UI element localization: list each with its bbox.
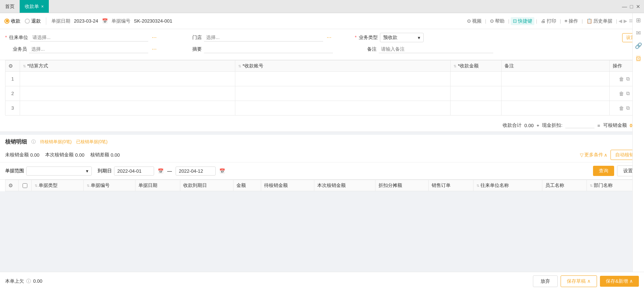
table-view-icon[interactable]: ⊞ [636,17,641,24]
remark-cell-1[interactable] [502,72,610,86]
summary-input[interactable] [204,45,333,53]
delete-icon-1[interactable]: 🗑 [619,76,624,82]
operation-btn[interactable]: ≡ 操作 [562,17,580,25]
store-more-btn[interactable]: ··· [325,34,333,41]
reconciliation-section: 核销明细 ⓘ 待核销单据(0笔) 已核销单据(0笔) 未核销金额 0.00 本次… [0,135,644,191]
copy-icon-2[interactable]: ⧉ [626,90,630,97]
gear-icon[interactable]: ⚙ [8,63,13,69]
bt-gear-icon[interactable]: ⚙ [8,183,13,188]
row-num-3: 3 [5,101,20,115]
receipt-radio-dot [4,19,9,24]
help-btn[interactable]: ⊙ 帮助 [488,17,507,25]
this-rec-stat: 本次核销金额 0.00 [45,152,84,158]
refund-radio-label: 退款 [31,18,41,24]
done-link[interactable]: 已核销单据(0笔) [76,139,108,145]
settle-cell-1[interactable] [20,72,235,86]
sort-doc-num: ⇅ [87,184,90,188]
video-btn[interactable]: ⊙ 视频 [465,17,484,25]
bt-col-pending: 待核销金额 [261,180,314,191]
save-new-btn[interactable]: 保存&新增 ∧ [600,276,639,287]
prev-label: 本单上欠 [5,278,24,285]
table-row: 1 🗑 ⧉ [5,72,639,86]
amount-cell-1[interactable] [451,72,502,86]
remark-input[interactable] [379,45,493,53]
refund-radio[interactable]: 退款 [25,18,41,24]
business-type-dropdown[interactable]: 预收款 ▾ [380,33,424,42]
discard-btn[interactable]: 放弃 [533,275,558,287]
diff-label: 核销差额 [90,152,109,158]
shortcut-btn[interactable]: ⊡ 快捷键 [511,17,534,25]
print-label: 打印 [547,18,556,24]
tab-receipt-close[interactable]: × [41,4,44,9]
col-amount: ⇅ *收款金额 [451,60,502,72]
mail-icon[interactable]: ✉ [636,30,641,36]
settle-cell-2[interactable] [20,86,235,101]
nav-next-icon[interactable]: ▶ [624,18,627,24]
date-to-input[interactable] [176,166,216,176]
delete-icon-3[interactable]: 🗑 [619,105,624,111]
store-input[interactable] [204,34,323,42]
table-row: 3 🗑 ⧉ [5,101,639,115]
info-icon[interactable]: ⓘ [31,139,36,145]
bt-col-discount: 折扣分摊额 [376,180,429,191]
nav-prev-icon[interactable]: ◀ [619,18,622,24]
account-cell-2[interactable] [235,86,451,101]
range-select[interactable]: ▾ [26,166,92,176]
remark-cell-2[interactable] [502,86,610,101]
number-value[interactable]: SK-20230324-001 [134,18,173,24]
bt-col-employee: 员工名称 [542,180,587,191]
bottom-table: ⚙ ⇅ 单据类型 ⇅ 单据编号 [5,180,639,191]
salesperson-more-btn[interactable]: ··· [150,46,158,52]
counterpart-more-btn[interactable]: ··· [150,34,158,41]
account-cell-3[interactable] [235,101,451,115]
operation-label: 操作 [569,18,578,24]
remark-field: 备注 [355,45,493,53]
pending-link[interactable]: 待核销单据(0笔) [40,139,72,145]
diff-value: 0.00 [111,152,120,158]
counterpart-input[interactable] [30,34,148,42]
screenshot-icon[interactable]: ⊡ [636,55,641,62]
info-circle-icon[interactable]: ⓘ [26,278,31,285]
window-close-icon[interactable]: ✕ [636,4,640,9]
receipt-radio-label: 收款 [11,18,20,24]
remark-cell-3[interactable] [502,101,610,115]
amount-cell-2[interactable] [451,86,502,101]
attach-icon[interactable]: 🔗 [635,42,642,49]
print-btn[interactable]: 🖨 打印 [539,17,558,25]
calendar-icon[interactable]: 📅 [102,18,108,24]
receipt-radio[interactable]: 收款 [4,18,20,24]
copy-icon-3[interactable]: ⧉ [626,105,630,111]
date-value[interactable]: 2023-03-24 [74,18,98,24]
sort-up-3: ⇅ [453,64,456,68]
number-label: 单据编号 [111,18,130,24]
delete-icon-2[interactable]: 🗑 [619,91,624,97]
help-icon: ⊙ [490,18,494,24]
filter-icon: ▽ [580,152,584,158]
sort-counterpart: ⇅ [476,184,479,188]
date-label: 单据日期 [51,18,70,24]
form-row-2: 业务员 ··· 摘要 备注 [5,45,639,53]
date-field: 到期日 📅 — 📅 [98,166,225,176]
window-maximize-icon[interactable]: □ [630,4,633,9]
tab-receipt[interactable]: 收款单 × [20,0,49,13]
copy-icon-1[interactable]: ⧉ [626,76,630,82]
window-minimize-icon[interactable]: — [622,4,627,9]
more-conditions-btn[interactable]: ▽ 更多条件 ∧ [580,152,608,158]
tab-home[interactable]: 首页 [0,0,20,13]
settle-cell-3[interactable] [20,101,235,115]
discount-input[interactable] [565,122,594,128]
history-btn[interactable]: 📋 历史单据 [584,17,614,25]
date-from-input[interactable] [114,166,154,176]
business-type-value: 预收款 [383,34,397,41]
filter-row: 单据范围 ▾ 到期日 📅 — 📅 查询 设置 [0,162,644,180]
save-draft-btn[interactable]: 保存草稿 ∧ [561,275,597,287]
amount-cell-3[interactable] [451,101,502,115]
query-btn[interactable]: 查询 [593,166,614,176]
unrec-label: 未核销金额 [5,152,29,158]
select-all-checkbox[interactable] [23,183,27,188]
salesperson-input[interactable] [29,45,148,53]
account-cell-1[interactable] [235,72,451,86]
counterpart-label: * 往来单位 [5,34,28,41]
cal-from-icon[interactable]: 📅 [158,168,164,174]
cal-to-icon[interactable]: 📅 [219,168,225,174]
